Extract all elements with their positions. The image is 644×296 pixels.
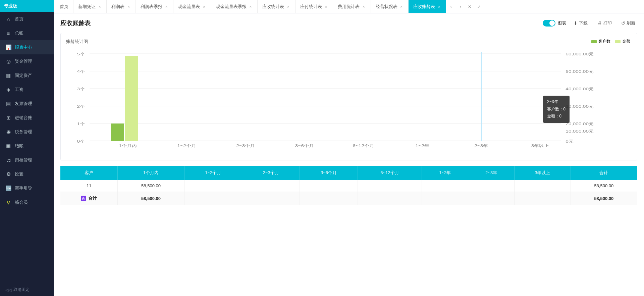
download-label: 下载	[579, 20, 588, 26]
tab-voucher-close[interactable]: ×	[98, 4, 102, 9]
cell-m12	[184, 180, 242, 192]
tab-cashflow-close[interactable]: ×	[202, 4, 206, 9]
chart-svg-area: 5个 4个 3个 2个 1个 0个 60,0	[66, 49, 632, 153]
total-label-cell: Ai 合计	[60, 192, 118, 205]
tab-profit-close[interactable]: ×	[126, 4, 130, 9]
download-button[interactable]: ⬇ 下载	[572, 19, 590, 28]
total-m1: 58,500.00	[118, 192, 184, 205]
page-actions: 图表 ⬇ 下载 🖨 打印 ↺ 刷新	[543, 19, 637, 28]
total-text: 合计	[88, 195, 97, 201]
sidebar-item-settings[interactable]: ⚙ 设置	[0, 167, 54, 181]
total-icon-label: Ai	[82, 197, 85, 200]
sidebar-item-member[interactable]: V 畅会员	[0, 195, 54, 209]
toggle-thumb	[549, 20, 555, 26]
tab-business-status[interactable]: 经营状况表 ×	[371, 0, 409, 13]
print-label: 打印	[603, 20, 612, 26]
tab-maximize[interactable]: ⤢	[474, 0, 484, 13]
tab-voucher-label: 新增凭证	[78, 4, 96, 10]
cell-total: 58,500.00	[571, 180, 637, 192]
tab-home[interactable]: 首页	[55, 0, 73, 13]
member-icon: V	[5, 200, 11, 205]
refresh-label: 刷新	[627, 20, 635, 26]
cell-m23	[242, 180, 300, 192]
tab-business-status-label: 经营状况表	[376, 4, 397, 10]
col-customer: 客户	[60, 166, 118, 180]
tab-cashflow-quarterly-close[interactable]: ×	[249, 4, 253, 9]
funds-icon: ◎	[5, 58, 11, 64]
print-button[interactable]: 🖨 打印	[595, 19, 614, 28]
svg-text:50,000.00元: 50,000.00元	[566, 69, 594, 73]
page-title: 应收账龄表	[60, 19, 91, 27]
svg-text:3年以上: 3年以上	[531, 144, 549, 148]
tab-receivable-stats[interactable]: 应收统计表 ×	[258, 0, 295, 13]
sidebar-item-ledger[interactable]: ≡ 总账	[0, 26, 54, 40]
sidebar-item-closing[interactable]: ▣ 结账	[0, 139, 54, 153]
tab-payable-stats-close[interactable]: ×	[324, 4, 328, 9]
tab-payable-stats[interactable]: 应付统计表 ×	[296, 0, 333, 13]
tab-expense-stats-label: 费用统计表	[338, 4, 360, 10]
sidebar-item-salary[interactable]: ◈ 工资	[0, 83, 54, 97]
legend-customer-color	[591, 40, 597, 43]
closing-icon: ▣	[5, 143, 11, 149]
sidebar-item-invoice[interactable]: ▤ 发票管理	[0, 97, 54, 111]
total-m612	[358, 192, 422, 205]
sidebar-item-archive[interactable]: 🗂 归档管理	[0, 153, 54, 167]
chart-toggle[interactable]: 图表	[543, 20, 566, 27]
svg-text:10,000.00元: 10,000.00元	[566, 129, 594, 133]
cell-y3plus	[515, 180, 571, 192]
tab-receivable-stats-close[interactable]: ×	[286, 4, 290, 9]
tab-cashflow[interactable]: 现金流量表 ×	[173, 0, 211, 13]
reports-icon: 📊	[5, 44, 11, 50]
tab-cashflow-quarterly[interactable]: 现金流量表季报 ×	[211, 0, 258, 13]
refresh-button[interactable]: ↺ 刷新	[619, 19, 637, 28]
sidebar-item-home[interactable]: ⌂ 首页	[0, 12, 54, 26]
sidebar-item-reports[interactable]: 📊 报表中心	[0, 40, 54, 54]
svg-text:0个: 0个	[77, 139, 85, 143]
legend-customer-label: 客户数	[598, 39, 610, 44]
toggle-track[interactable]	[543, 20, 555, 27]
tab-voucher[interactable]: 新增凭证 ×	[73, 0, 107, 13]
sales-icon: ⊞	[5, 115, 11, 121]
cell-customer: 11	[60, 180, 118, 192]
tab-receivable-aging-label: 应收账龄表	[413, 4, 435, 10]
bar-amount-m1	[125, 56, 138, 141]
tab-cashflow-label: 现金流量表	[178, 4, 200, 10]
table-row: 11 58,500.00 58,500.00	[60, 180, 637, 192]
sidebar-item-funds[interactable]: ◎ 资金管理	[0, 54, 54, 68]
tab-receivable-aging[interactable]: 应收账龄表 ×	[409, 0, 446, 13]
sidebar-item-sales[interactable]: ⊞ 进销台账	[0, 111, 54, 125]
tab-profit[interactable]: 利润表 ×	[107, 0, 136, 13]
tab-receivable-aging-close[interactable]: ×	[437, 4, 441, 9]
svg-text:6~12个月: 6~12个月	[353, 144, 374, 148]
sidebar-item-assets[interactable]: ▦ 固定资产	[0, 68, 54, 83]
svg-text:2个: 2个	[77, 104, 85, 108]
refresh-icon: ↺	[621, 20, 625, 26]
svg-text:1个: 1个	[77, 122, 85, 126]
col-m23: 2~3个月	[242, 166, 300, 180]
svg-text:1~2年: 1~2年	[416, 144, 429, 148]
svg-text:4个: 4个	[77, 69, 85, 73]
cell-y23	[468, 180, 515, 192]
tab-close-all[interactable]: ✕	[465, 0, 474, 13]
col-m12: 1~2个月	[184, 166, 242, 180]
tab-scroll-right[interactable]: ›	[455, 0, 465, 13]
col-y23: 2~3年	[468, 166, 515, 180]
tab-business-status-close[interactable]: ×	[399, 4, 404, 9]
svg-text:40,000.00元: 40,000.00元	[566, 87, 594, 91]
tab-scroll-left[interactable]: ‹	[446, 0, 455, 13]
tab-profit-quarterly-close[interactable]: ×	[164, 4, 168, 9]
cell-m36	[300, 180, 358, 192]
sidebar-unpin-button[interactable]: ◁◁ 取消固定	[0, 284, 54, 296]
cell-m612	[358, 180, 422, 192]
sidebar-item-closing-label: 结账	[15, 143, 23, 149]
ledger-icon: ≡	[5, 31, 11, 36]
total-m12	[184, 192, 242, 205]
print-icon: 🖨	[597, 20, 602, 26]
col-m612: 6~12个月	[358, 166, 422, 180]
sidebar-item-guide[interactable]: 🆕 新手引导	[0, 181, 54, 195]
svg-text:20,000.00元: 20,000.00元	[566, 122, 594, 126]
tab-expense-stats-close[interactable]: ×	[362, 4, 366, 9]
sidebar-item-tax[interactable]: ◉ 税务管理	[0, 125, 54, 139]
tab-profit-quarterly[interactable]: 利润表季报 ×	[136, 0, 173, 13]
tab-expense-stats[interactable]: 费用统计表 ×	[333, 0, 371, 13]
